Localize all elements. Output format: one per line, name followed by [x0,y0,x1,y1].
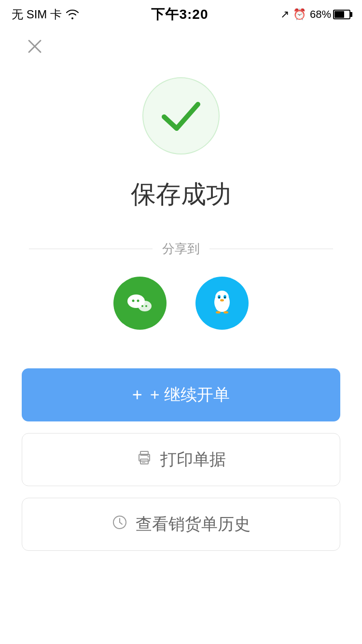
close-button[interactable] [23,35,46,58]
clock-icon [111,514,128,534]
status-time: 下午3:20 [151,5,208,24]
svg-point-7 [145,305,147,307]
print-label: 打印单据 [160,448,226,471]
svg-rect-22 [142,462,145,463]
location-icon: ↗ [280,8,289,21]
success-circle [142,77,220,154]
continue-button[interactable]: + + 继续开单 [22,368,340,421]
main-content: 保存成功 分享到 [0,29,362,551]
svg-point-4 [132,300,135,302]
action-buttons: + + 继续开单 打印单据 [22,368,340,551]
print-icon-svg [136,449,153,466]
no-sim-text: 无 SIM 卡 [12,7,62,22]
print-button[interactable]: 打印单据 [22,433,340,486]
status-bar: 无 SIM 卡 下午3:20 ↗ ⏰ 68% [0,0,362,29]
history-button[interactable]: 查看销货单历史 [22,498,340,551]
printer-icon [136,449,153,470]
divider-line-right [209,249,333,249]
divider-line-left [29,249,153,249]
svg-point-13 [224,297,226,298]
continue-label: + 继续开单 [150,384,230,406]
share-label: 分享到 [153,240,209,257]
share-icons [113,277,249,330]
status-right: ↗ ⏰ 68% [280,8,350,21]
battery-icon [333,10,350,19]
svg-point-14 [220,299,224,302]
svg-point-23 [148,456,149,458]
svg-point-3 [138,301,152,311]
svg-line-26 [120,522,122,524]
history-label: 查看销货单历史 [136,513,251,535]
wechat-icon [125,288,155,319]
close-icon [26,38,43,55]
status-left: 无 SIM 卡 [12,7,79,22]
clock-icon-svg [111,514,128,531]
wifi-icon [66,9,79,20]
battery-fill [334,11,344,18]
alarm-icon: ⏰ [293,8,306,21]
qq-icon [207,288,237,319]
checkmark-icon [159,97,203,135]
battery-container: 68% [310,8,350,21]
svg-rect-21 [142,461,147,462]
qq-share-button[interactable] [195,277,249,330]
svg-point-9 [215,291,229,304]
success-title: 保存成功 [131,178,231,211]
share-divider: 分享到 [0,240,362,257]
svg-point-16 [216,311,221,314]
svg-point-15 [216,302,228,312]
battery-text: 68% [310,8,331,21]
svg-point-5 [137,300,139,302]
wechat-share-button[interactable] [113,277,167,330]
svg-point-12 [219,297,220,298]
plus-icon: + [132,385,142,405]
svg-point-6 [141,305,143,307]
svg-point-17 [223,311,228,314]
